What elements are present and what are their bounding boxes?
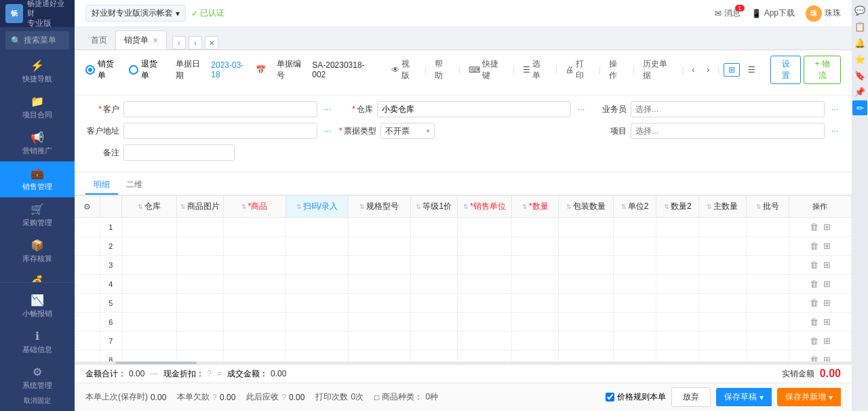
shortcut-btn[interactable]: ⌨ 快捷键	[465, 57, 509, 83]
row-qty2-8[interactable]	[656, 351, 699, 362]
row-qty2-7[interactable]	[656, 332, 699, 351]
tab-next-button[interactable]: ›	[189, 36, 202, 50]
scrollbar[interactable]	[75, 361, 852, 364]
row-grade-3[interactable]	[410, 256, 457, 275]
receivable-help-icon[interactable]: ?	[281, 393, 286, 402]
row-goods-5[interactable]	[223, 294, 285, 313]
rp-btn-4[interactable]: ⭐	[852, 52, 867, 66]
address-select-btn[interactable]: ···	[321, 126, 334, 136]
notification-button[interactable]: ✉ 消息 1	[715, 7, 741, 19]
row-unit2-4[interactable]	[613, 275, 656, 294]
sidebar-item-purchase[interactable]: 🛒 采购管理	[0, 197, 75, 233]
row-qty2-4[interactable]	[656, 275, 699, 294]
row-warehouse-6[interactable]	[122, 313, 177, 332]
row-unit2-6[interactable]	[613, 313, 656, 332]
customer-select-btn[interactable]: ···	[321, 104, 334, 114]
select-order-btn[interactable]: ☰ 选单	[519, 57, 551, 83]
row-batch-7[interactable]	[746, 332, 789, 351]
row-import-5[interactable]	[285, 294, 348, 313]
row-pkgqty-4[interactable]	[559, 275, 614, 294]
setup-button[interactable]: 设置	[770, 56, 801, 84]
staff-select-btn[interactable]: ···	[829, 104, 841, 114]
sidebar-item-sales[interactable]: 💼 销售管理	[0, 161, 75, 197]
row-import-1[interactable]	[285, 218, 348, 237]
row-copy-8[interactable]: ⊞	[822, 355, 832, 361]
view-btn[interactable]: 👁 视版	[387, 57, 420, 83]
customer-input[interactable]	[123, 101, 317, 117]
sidebar-item-marketing[interactable]: 📢 营销推广	[0, 125, 75, 161]
row-spec-5[interactable]	[348, 294, 410, 313]
row-spec-6[interactable]	[348, 313, 410, 332]
row-grade-7[interactable]	[410, 332, 457, 351]
row-unit-7[interactable]	[457, 332, 512, 351]
search-menu-button[interactable]: 🔍 搜索菜单	[5, 31, 69, 50]
row-spec-4[interactable]	[348, 275, 410, 294]
return-radio[interactable]: 退货单	[129, 58, 164, 81]
rp-btn-3[interactable]: 🔔	[852, 35, 867, 50]
rp-btn-1[interactable]: 💬	[852, 3, 867, 18]
row-batch-8[interactable]	[746, 351, 789, 362]
row-spec-1[interactable]	[348, 218, 410, 237]
row-mainqty-2[interactable]	[699, 237, 746, 256]
save-draft-button[interactable]: 保存草稿 ▾	[716, 388, 772, 406]
row-unit-8[interactable]	[457, 351, 512, 362]
row-image-7[interactable]	[176, 332, 223, 351]
abandon-button[interactable]: 放弃	[671, 387, 711, 407]
row-delete-4[interactable]: 🗑	[808, 279, 820, 289]
prev-doc-btn[interactable]: ‹	[688, 64, 698, 76]
row-goods-2[interactable]	[223, 237, 285, 256]
user-area[interactable]: 珠 珠珠	[806, 5, 841, 22]
row-goods-4[interactable]	[223, 275, 285, 294]
company-selector[interactable]: 好业财专业版演示帐套 ▾	[85, 5, 186, 22]
row-goods-8[interactable]	[223, 351, 285, 362]
row-qty-4[interactable]	[512, 275, 559, 294]
row-spec-3[interactable]	[348, 256, 410, 275]
note-input[interactable]	[123, 144, 235, 161]
row-unit2-1[interactable]	[613, 218, 656, 237]
row-delete-3[interactable]: 🗑	[808, 260, 820, 270]
row-pkgqty-5[interactable]	[559, 294, 614, 313]
row-batch-3[interactable]	[746, 256, 789, 275]
help-btn[interactable]: 帮助	[431, 57, 454, 83]
row-copy-7[interactable]: ⊞	[822, 336, 832, 346]
row-mainqty-5[interactable]	[699, 294, 746, 313]
row-qty2-3[interactable]	[656, 256, 699, 275]
row-unit2-2[interactable]	[613, 237, 656, 256]
row-copy-2[interactable]: ⊞	[822, 241, 832, 251]
sidebar-item-finance[interactable]: 💰 资金管理	[0, 269, 75, 282]
row-qty2-2[interactable]	[656, 237, 699, 256]
row-image-6[interactable]	[176, 313, 223, 332]
row-pkgqty-6[interactable]	[559, 313, 614, 332]
row-unit-3[interactable]	[457, 256, 512, 275]
row-grade-6[interactable]	[410, 313, 457, 332]
price-rule-checkbox[interactable]: 价格规则本单	[606, 391, 666, 403]
row-pkgqty-7[interactable]	[559, 332, 614, 351]
rp-btn-2[interactable]: 📋	[852, 19, 867, 34]
row-mainqty-1[interactable]	[699, 218, 746, 237]
row-delete-6[interactable]: 🗑	[808, 317, 820, 327]
row-qty2-5[interactable]	[656, 294, 699, 313]
row-warehouse-5[interactable]	[122, 294, 177, 313]
sidebar-item-quick-nav[interactable]: ⚡ 快捷导航	[0, 54, 75, 90]
row-delete-5[interactable]: 🗑	[808, 298, 820, 308]
row-unit-6[interactable]	[457, 313, 512, 332]
row-unit2-8[interactable]	[613, 351, 656, 362]
row-grade-5[interactable]	[410, 294, 457, 313]
row-import-8[interactable]	[285, 351, 348, 362]
row-batch-6[interactable]	[746, 313, 789, 332]
row-delete-1[interactable]: 🗑	[808, 222, 820, 232]
sidebar-item-expense[interactable]: 📉 小畅报销	[5, 288, 69, 324]
address-input[interactable]	[123, 123, 317, 139]
addline-button[interactable]: + 物流	[804, 56, 841, 84]
row-goods-7[interactable]	[223, 332, 285, 351]
row-qty-3[interactable]	[512, 256, 559, 275]
row-pkgqty-8[interactable]	[559, 351, 614, 362]
row-mainqty-3[interactable]	[699, 256, 746, 275]
warehouse-input[interactable]	[377, 101, 571, 117]
settings-icon[interactable]: ⚙	[83, 202, 91, 212]
save-new-button[interactable]: 保存并新增 ▾	[777, 388, 841, 406]
row-unit-4[interactable]	[457, 275, 512, 294]
row-import-3[interactable]	[285, 256, 348, 275]
th-settings[interactable]: ⚙	[75, 196, 100, 218]
grid-view-btn[interactable]: ⊞	[724, 63, 740, 77]
